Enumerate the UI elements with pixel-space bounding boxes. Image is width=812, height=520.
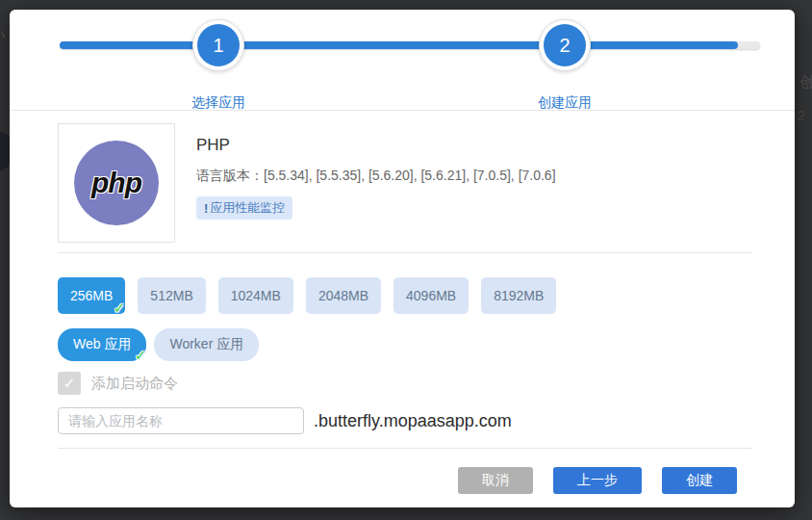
exclamation-icon: ! <box>204 201 208 216</box>
selected-app-section: php PHP 语言版本：[5.5.34], [5.5.35], [5.6.20… <box>58 111 752 253</box>
app-title: PHP <box>196 136 556 155</box>
memory-options-row: 256MB ✓ 512MB 1024MB 2048MB 4096MB 8192M… <box>58 277 752 314</box>
app-type-options-row: Web 应用 ✓ Worker 应用 <box>58 328 752 361</box>
memory-option-label: 4096MB <box>406 288 456 303</box>
app-info: PHP 语言版本：[5.5.34], [5.5.35], [5.6.20], [… <box>196 123 556 243</box>
check-icon: ✓ <box>63 375 76 392</box>
step-2-label[interactable]: 创建应用 <box>507 94 622 112</box>
memory-option-8192mb[interactable]: 8192MB <box>481 277 556 314</box>
app-name-row: .butterfly.mopaasapp.com <box>58 407 752 434</box>
type-option-web[interactable]: Web 应用 ✓ <box>58 328 146 361</box>
background-fragment-text: 2 <box>798 108 805 123</box>
memory-option-1024mb[interactable]: 1024MB <box>218 277 293 314</box>
previous-step-button[interactable]: 上一步 <box>553 467 642 494</box>
type-option-worker[interactable]: Worker 应用 <box>154 328 259 361</box>
app-name-input[interactable] <box>58 407 304 434</box>
memory-option-label: 256MB <box>70 288 113 303</box>
app-card: php <box>58 123 175 243</box>
step-2-number: 2 <box>544 24 586 66</box>
background-fragment-text: 创 <box>799 73 812 91</box>
type-option-label: Web 应用 <box>73 336 131 353</box>
memory-option-label: 1024MB <box>231 288 281 303</box>
badge-label: 应用性能监控 <box>210 199 285 217</box>
wizard-stepper: 1 2 选择应用 创建应用 <box>10 10 795 111</box>
app-versions: 语言版本：[5.5.34], [5.5.35], [5.6.20], [5.6.… <box>196 168 556 185</box>
memory-option-512mb[interactable]: 512MB <box>138 277 205 314</box>
php-logo-icon: php <box>74 141 159 225</box>
type-option-label: Worker 应用 <box>169 336 243 353</box>
startup-command-row[interactable]: ✓ 添加启动命令 <box>58 372 752 395</box>
modal-footer: 取消 上一步 创建 <box>58 448 752 494</box>
memory-option-4096mb[interactable]: 4096MB <box>393 277 469 314</box>
create-app-modal: 1 2 选择应用 创建应用 php PHP 语言版本：[5.5.34], [5.… <box>10 10 795 507</box>
memory-option-2048mb[interactable]: 2048MB <box>306 277 381 314</box>
performance-monitor-badge: ! 应用性能监控 <box>196 196 292 220</box>
startup-command-label: 添加启动命令 <box>91 375 178 393</box>
memory-option-label: 512MB <box>150 288 192 303</box>
memory-option-label: 8192MB <box>494 288 544 303</box>
cancel-button[interactable]: 取消 <box>458 467 533 494</box>
memory-option-label: 2048MB <box>318 288 368 303</box>
check-icon: ✓ <box>114 299 126 317</box>
check-icon: ✓ <box>135 347 147 364</box>
screen: { "stepper": { "steps": [ { "number": "1… <box>0 0 812 520</box>
modal-content: php PHP 语言版本：[5.5.34], [5.5.35], [5.6.20… <box>10 111 795 494</box>
stepper-progress-bar <box>60 41 738 49</box>
startup-command-checkbox[interactable]: ✓ <box>58 372 81 395</box>
php-logo-text: php <box>91 167 141 199</box>
domain-suffix: .butterfly.mopaasapp.com <box>314 411 512 431</box>
step-1-label[interactable]: 选择应用 <box>161 94 276 112</box>
step-2-circle[interactable]: 2 <box>539 19 591 71</box>
create-button[interactable]: 创建 <box>662 467 737 494</box>
step-1-number: 1 <box>197 24 240 66</box>
stepper-track <box>60 41 760 49</box>
memory-option-256mb[interactable]: 256MB ✓ <box>58 277 125 314</box>
step-1-circle[interactable]: 1 <box>192 19 244 71</box>
